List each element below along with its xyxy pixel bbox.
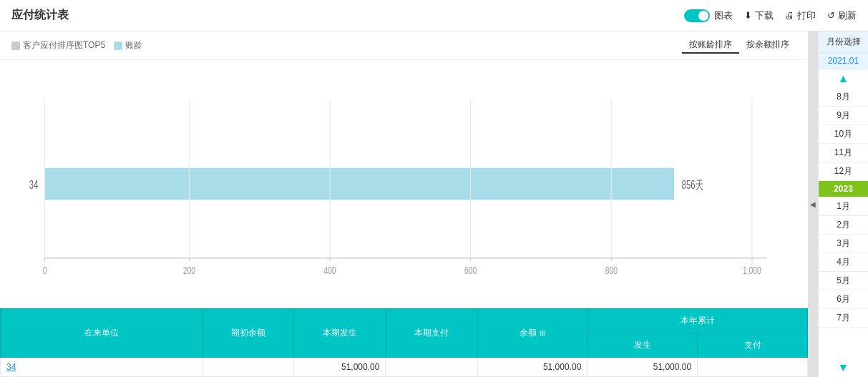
table-cell-col6b (698, 358, 808, 377)
page-title: 应付统计表 (11, 8, 69, 23)
svg-text:856天: 856天 (682, 178, 703, 192)
sidebar-month-select-label: 月份选择 (819, 31, 868, 53)
sidebar-divider[interactable]: ◀ (808, 31, 818, 377)
table-cell-col3: 51,000.00 (294, 358, 386, 377)
svg-text:800: 800 (605, 264, 618, 276)
legend-account: 账龄 (114, 39, 142, 52)
chart-toggle-label: 图表 (714, 9, 733, 22)
refresh-icon: ↺ (827, 10, 835, 21)
main-content: 客户应付排序图TOP5 账龄 按账龄排序 按余额排序 34 (0, 31, 868, 377)
header: 应付统计表 图表 ⬇ 下载 🖨 打印 ↺ 刷新 (0, 0, 868, 31)
th-ytd-group: 本年累计 (587, 309, 808, 333)
svg-text:400: 400 (323, 264, 336, 276)
table-cell-col2 (203, 358, 294, 377)
sidebar-month-item[interactable]: 2月 (819, 216, 868, 235)
sidebar-nav-up-button[interactable]: ▲ (819, 69, 868, 88)
chart-header: 客户应付排序图TOP5 账龄 按账龄排序 按余额排序 (0, 31, 808, 60)
sidebar-month-item[interactable]: 11月 (819, 144, 868, 162)
print-button[interactable]: 🖨 打印 (785, 9, 816, 22)
download-icon: ⬇ (744, 10, 752, 21)
divider-arrow-icon: ◀ (810, 200, 816, 208)
th-ytd-occur: 发生 (587, 333, 698, 358)
download-label: 下载 (755, 9, 774, 22)
svg-text:0: 0 (43, 264, 47, 276)
legend-top5: 客户应付排序图TOP5 (11, 39, 105, 52)
svg-text:34: 34 (29, 178, 39, 192)
right-sidebar: 月份选择 2021.01 ▲ 8月9月10月11月12月20231月2月3月4月… (818, 31, 868, 377)
download-button[interactable]: ⬇ 下载 (744, 9, 774, 22)
print-label: 打印 (797, 9, 816, 22)
svg-rect-1 (45, 168, 675, 200)
sidebar-month-item[interactable]: 12月 (819, 162, 868, 181)
data-table: 在来单位 期初余额 本期发生 本期支付 (0, 308, 808, 377)
chart-section: 客户应付排序图TOP5 账龄 按账龄排序 按余额排序 34 (0, 31, 808, 377)
th-opening-balance: 期初余额 (203, 309, 294, 358)
table-cell-company: 34 (1, 358, 203, 377)
refresh-label: 刷新 (838, 9, 857, 22)
chart-toggle[interactable] (684, 9, 710, 22)
svg-text:1,000: 1,000 (743, 264, 761, 276)
table-cell-col6a: 51,000.00 (587, 358, 698, 377)
sidebar-month-item[interactable]: 9月 (819, 107, 868, 125)
chart-sort-buttons: 按账龄排序 按余额排序 (682, 37, 796, 54)
legend-top5-label: 客户应付排序图TOP5 (23, 39, 105, 52)
legend-account-label: 账龄 (125, 39, 142, 52)
th-company: 在来单位 (1, 309, 203, 358)
chart-body: 34 856天 0 200 (0, 60, 808, 308)
th-ytd-pay: 支付 (698, 333, 808, 358)
header-actions: 图表 ⬇ 下载 🖨 打印 ↺ 刷新 (684, 9, 857, 22)
th-current-period-pay: 本期支付 (386, 309, 477, 358)
sidebar-month-item[interactable]: 6月 (819, 290, 868, 309)
sidebar-month-item[interactable]: 2023 (819, 181, 868, 197)
sidebar-month-item[interactable]: 10月 (819, 125, 868, 144)
legend-top5-color (11, 41, 20, 50)
sidebar-month-item[interactable]: 8月 (819, 88, 868, 107)
company-link[interactable]: 34 (6, 362, 16, 372)
chart-toggle-wrapper: 图表 (684, 9, 733, 22)
sidebar-current-year[interactable]: 2021.01 (819, 53, 868, 69)
refresh-button[interactable]: ↺ 刷新 (827, 9, 857, 22)
table-cell-col4 (386, 358, 477, 377)
sort-by-balance-button[interactable]: 按账龄排序 (682, 37, 739, 54)
page-container: 应付统计表 图表 ⬇ 下载 🖨 打印 ↺ 刷新 (0, 0, 868, 377)
sidebar-nav-down-button[interactable]: ▼ (819, 358, 868, 377)
sidebar-month-item[interactable]: 1月 (819, 197, 868, 216)
print-icon: 🖨 (785, 10, 794, 21)
th-current-period-occur: 本期发生 (294, 309, 386, 358)
sidebar-month-item[interactable]: 5月 (819, 272, 868, 290)
chevron-down-icon: ▼ (838, 361, 849, 374)
chart-svg: 34 856天 0 200 (11, 67, 796, 300)
chart-legend: 客户应付排序图TOP5 账龄 (11, 39, 142, 52)
svg-text:200: 200 (183, 264, 195, 276)
th-balance: 余额 ⊞ (477, 309, 587, 358)
sidebar-month-list: 8月9月10月11月12月20231月2月3月4月5月6月7月 (819, 88, 868, 358)
table-cell-col5: 51,000.00 (477, 358, 587, 377)
svg-text:600: 600 (464, 264, 477, 276)
legend-account-color (114, 41, 122, 50)
chevron-up-icon: ▲ (838, 72, 849, 85)
sidebar-month-item[interactable]: 4月 (819, 253, 868, 272)
sidebar-month-item[interactable]: 3月 (819, 235, 868, 253)
sort-by-amount-button[interactable]: 按余额排序 (739, 37, 796, 54)
table-section: 在来单位 期初余额 本期发生 本期支付 (0, 308, 808, 377)
sidebar-month-item[interactable]: 7月 (819, 309, 868, 328)
table-row: 3451,000.0051,000.0051,000.00 (1, 358, 808, 377)
